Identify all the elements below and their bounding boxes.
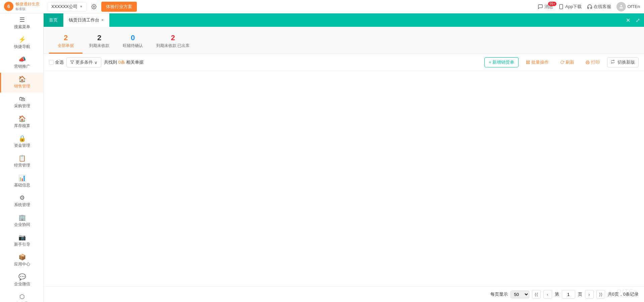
filter-dropdown-icon: ∨ (94, 60, 98, 65)
top-bar-right: 消息 99+ App下载 在线客服 OfTEn (538, 2, 640, 11)
sidebar-item-sales[interactable]: 🏠 销售管理 (0, 73, 43, 93)
purchase-icon: 🛍 (19, 96, 25, 102)
page-content: 2 全部单据 2 到期未收款 0 旺辅待确认 2 到期未收款 已出库 (44, 27, 644, 302)
svg-rect-6 (528, 61, 530, 62)
sidebar-item-operation[interactable]: 📋 经营管理 (0, 152, 43, 172)
page-input[interactable]: 1 (562, 290, 575, 299)
toolbar-left: 全选 更多条件 ∨ 共找到 0条 相关单据 (49, 57, 482, 67)
per-page-select[interactable]: 50 20 100 (511, 291, 529, 298)
message-btn[interactable]: 消息 99+ (538, 4, 553, 10)
sidebar-item-label-system: 系统管理 (14, 202, 30, 208)
logo-name: 畅捷通好生意 (15, 2, 40, 6)
user-avatar[interactable]: OfTEn (616, 2, 640, 11)
sidebar-item-guide[interactable]: 📷 新手引导 (0, 231, 43, 251)
summary-tab-overdue-warehouse[interactable]: 2 到期未收款 已出库 (150, 31, 196, 54)
sidebar-item-app-center[interactable]: 📦 应用中心 (0, 251, 43, 270)
operation-icon: 📋 (18, 155, 26, 161)
message-badge: 99+ (548, 2, 556, 6)
company-selector[interactable]: XXXXXX公司 ▼ (48, 2, 87, 11)
sidebar-item-label-basic-info: 基础信息 (14, 182, 30, 188)
online-service-btn[interactable]: 在线客服 (587, 4, 611, 10)
wechat-icon: 💬 (18, 274, 26, 280)
refresh-btn[interactable]: 刷新 (556, 58, 578, 67)
summary-tab-all-num: 2 (56, 34, 76, 42)
switch-new-version-btn[interactable]: 切换新版 (607, 57, 639, 67)
select-all-checkbox[interactable]: 全选 (49, 59, 64, 65)
sales-icon: 🏠 (18, 76, 26, 82)
sidebar-item-wechat[interactable]: 💬 企业微信 (0, 270, 43, 290)
inventory-icon: 🏠 (18, 116, 26, 122)
summary-tab-overdue-unpaid[interactable]: 2 到期未收款 (83, 31, 116, 54)
tab-close-window-icon[interactable]: ✕ (625, 16, 632, 25)
trial-button[interactable]: 体验行业方案 (101, 2, 137, 12)
basic-info-icon: 📊 (18, 175, 26, 181)
last-page-btn[interactable]: ⟩⟩ (596, 290, 605, 299)
print-btn[interactable]: 打印 (582, 58, 604, 67)
per-page-label: 每页显示 (490, 291, 508, 297)
avatar-icon (616, 2, 626, 11)
sidebar-item-quick-nav[interactable]: ⚡ 快捷导航 (0, 33, 43, 53)
online-service-label: 在线客服 (594, 4, 611, 10)
app-center-icon: 📦 (18, 254, 26, 260)
switch-btn-label: 切换新版 (618, 60, 635, 65)
logo-icon: 6 (4, 2, 13, 11)
refresh-btn-label: 刷新 (566, 59, 574, 65)
summary-tab-wangwang-num: 0 (123, 34, 143, 42)
sidebar-item-purchase[interactable]: 🛍 采购管理 (0, 93, 43, 112)
finance-icon: 🔒 (18, 135, 26, 141)
pagination: 每页显示 50 20 100 ⟨⟨ ‹ 第 1 页 › ⟩⟩ 共0页，0条记录 (44, 286, 644, 302)
sidebar-item-inventory[interactable]: 🏠 库存核算 (0, 112, 43, 132)
enterprise-icon: 🏢 (18, 215, 26, 221)
content-area: 首页 钱货日清工作台 × ✕ ⤢ 2 全部单据 2 到期未收款 (44, 13, 644, 302)
tab-home[interactable]: 首页 (44, 13, 63, 27)
sidebar-item-system[interactable]: ⚙ 系统管理 (0, 191, 43, 211)
first-page-btn[interactable]: ⟨⟨ (532, 290, 541, 299)
sidebar-item-label-purchase: 采购管理 (14, 103, 30, 109)
filter-btn-label: 更多条件 (75, 59, 93, 65)
sidebar-item-marketing[interactable]: 📣 营销推广 (0, 53, 43, 73)
next-page-btn[interactable]: › (585, 290, 594, 299)
sidebar-item-label-finance: 资金管理 (14, 143, 30, 148)
tab-expand-icon[interactable]: ⤢ (634, 16, 641, 25)
svg-marker-4 (70, 61, 74, 64)
sidebar-item-finance[interactable]: 🔒 资金管理 (0, 132, 43, 152)
summary-tab-all[interactable]: 2 全部单据 (49, 31, 83, 54)
add-sales-order-btn[interactable]: + 新增销货单 (484, 57, 519, 67)
table-area (44, 71, 644, 286)
sidebar: ☰ 搜索菜单 ⚡ 快捷导航 📣 营销推广 🏠 销售管理 🛍 采购管理 🏠 库存核… (0, 13, 44, 302)
toolbar: 全选 更多条件 ∨ 共找到 0条 相关单据 + 新增销货单 (44, 54, 644, 71)
system-icon: ⚙ (19, 195, 25, 201)
summary-tab-overdue-warehouse-label: 到期未收款 已出库 (156, 43, 190, 49)
summary-tab-wangwang[interactable]: 0 旺辅待确认 (116, 31, 150, 54)
app-download-label: App下载 (565, 4, 582, 10)
logo-tag: 标准版 (15, 7, 40, 11)
checkbox-icon[interactable] (49, 60, 54, 65)
sidebar-item-label-enterprise: 企业协同 (14, 222, 30, 228)
print-btn-label: 打印 (591, 59, 600, 65)
tab-close-icon[interactable]: × (101, 18, 104, 22)
settings-icon[interactable] (89, 2, 99, 11)
app-download-btn[interactable]: App下载 (558, 4, 582, 10)
tab-bar-actions: ✕ ⤢ (625, 13, 644, 27)
toolbar-right: + 新增销货单 批量操作 刷新 打印 切换新版 (484, 57, 639, 67)
sidebar-item-search-menu[interactable]: ☰ 搜索菜单 (0, 13, 43, 33)
tab-workbench[interactable]: 钱货日清工作台 × (63, 13, 109, 27)
summary-tab-all-label: 全部单据 (56, 43, 76, 49)
summary-tab-overdue-unpaid-num: 2 (89, 34, 109, 42)
select-all-label: 全选 (55, 59, 64, 65)
svg-point-3 (621, 5, 622, 6)
prev-page-btn[interactable]: ‹ (543, 290, 552, 299)
sidebar-item-member[interactable]: ⬡ 畅会员 (0, 290, 43, 302)
more-filter-btn[interactable]: 更多条件 ∨ (66, 57, 101, 67)
main-layout: ☰ 搜索菜单 ⚡ 快捷导航 📣 营销推广 🏠 销售管理 🛍 采购管理 🏠 库存核… (0, 13, 644, 302)
total-info: 共0页，0条记录 (608, 291, 639, 297)
found-text: 共找到 0条 相关单据 (104, 59, 144, 65)
batch-operation-btn[interactable]: 批量操作 (522, 58, 553, 67)
company-name: XXXXXX公司 (51, 4, 77, 10)
tab-bar: 首页 钱货日清工作台 × ✕ ⤢ (44, 13, 644, 27)
sidebar-item-label-wechat: 企业微信 (14, 281, 30, 287)
sidebar-item-basic-info[interactable]: 📊 基础信息 (0, 172, 43, 191)
sidebar-item-label-search-menu: 搜索菜单 (14, 24, 30, 30)
sidebar-item-label-inventory: 库存核算 (14, 123, 30, 129)
sidebar-item-enterprise[interactable]: 🏢 企业协同 (0, 211, 43, 231)
